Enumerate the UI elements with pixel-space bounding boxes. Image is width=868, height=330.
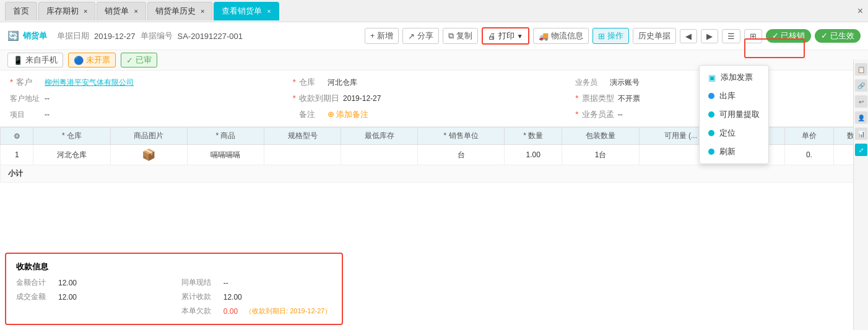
- operations-icon: ⊞: [598, 32, 605, 41]
- window-close-button[interactable]: ×: [857, 6, 863, 17]
- tab-inventory-init-label: 库存期初: [46, 6, 79, 17]
- tab-inventory-init-close[interactable]: ×: [84, 7, 87, 15]
- tab-sales-history[interactable]: 销货单历史 ×: [147, 2, 212, 20]
- nav-prev-button[interactable]: ◀: [680, 29, 697, 43]
- side-icon-6[interactable]: ⤢: [855, 144, 867, 156]
- side-icon-3[interactable]: ↩: [855, 95, 867, 108]
- operations-dropdown: ▣ 添加发票 出库 可用量提取 定位 刷新: [699, 65, 769, 164]
- same-order-settlement-row: 同单现结 --: [181, 277, 332, 288]
- view-single-icon: ☰: [727, 32, 735, 41]
- tab-view-sales-label: 查看销货单: [222, 6, 262, 17]
- customer-value[interactable]: 柳州粤港平安气体有限公司: [45, 77, 134, 88]
- col-price: 单价: [785, 128, 833, 145]
- view-multi-button[interactable]: ⊞: [744, 29, 762, 43]
- customer-field: * 客户 柳州粤港平安气体有限公司: [10, 77, 293, 88]
- bottom-panel: 收款信息 金额合计 12.00 同单现结 -- 成交金额 12.00: [0, 248, 868, 330]
- tab-sales-order-close[interactable]: ×: [134, 7, 137, 15]
- invoice-icon: 🔵: [74, 56, 84, 65]
- logistics-label: 物流信息: [551, 30, 583, 41]
- row-package-qty: 1台: [562, 145, 639, 165]
- print-dropdown-arrow[interactable]: ▼: [517, 33, 523, 40]
- operations-button[interactable]: ⊞ 操作: [592, 28, 629, 44]
- nav-next-button[interactable]: ▶: [701, 29, 718, 43]
- tab-home[interactable]: 首页: [5, 2, 37, 20]
- refresh-dot: [708, 149, 714, 155]
- tab-view-sales[interactable]: 查看销货单 ×: [214, 2, 279, 20]
- view-single-button[interactable]: ☰: [722, 29, 740, 43]
- dropdown-refresh[interactable]: 刷新: [700, 142, 768, 161]
- this-order-due-value: 0.00: [224, 307, 238, 316]
- effect-button: ✓ 已生效: [815, 29, 861, 43]
- subtotal-label: 小计: [1, 165, 868, 183]
- transaction-amount-label: 成交金额: [16, 292, 53, 302]
- tab-inventory-init[interactable]: 库存期初 ×: [38, 2, 95, 20]
- cumulative-receipt-label: 累计收款: [181, 292, 219, 302]
- col-product: * 商品: [187, 128, 264, 145]
- amount-total-row: 金额合计 12.00: [16, 277, 167, 288]
- salesperson-label: 业务员: [575, 77, 606, 88]
- side-icon-4[interactable]: 👤: [855, 111, 867, 124]
- warehouse-out-dot: [708, 93, 714, 99]
- locate-dot: [708, 130, 714, 136]
- subtotal-row: 小计: [1, 165, 868, 183]
- col-settings[interactable]: ⚙: [1, 128, 33, 145]
- row-product: 嗝嗝嗝嗝: [187, 145, 264, 165]
- side-icon-1[interactable]: 📋: [855, 63, 867, 76]
- add-button[interactable]: + 新增: [365, 28, 399, 44]
- remark-label: * 备注: [293, 109, 324, 120]
- check-label: 已审: [136, 54, 152, 66]
- transaction-amount-row: 成交金额 12.00: [16, 292, 167, 302]
- amount-total-value: 12.00: [58, 279, 77, 287]
- date-label: 单据日期: [57, 30, 89, 41]
- phone-icon: 📱: [13, 56, 23, 65]
- due-date-label: * 收款到期日: [293, 93, 339, 104]
- not-open-button[interactable]: 🔵 未开票: [68, 53, 116, 67]
- dropdown-warehouse-out[interactable]: 出库: [700, 87, 768, 105]
- effect-label: 已生效: [830, 31, 854, 40]
- add-remark-button[interactable]: ⊕ 添加备注: [328, 109, 368, 120]
- number-value: SA-20191227-001: [178, 32, 243, 41]
- row-warehouse: 河北仓库: [33, 145, 110, 165]
- invoice-type-value: 不开票: [618, 93, 640, 104]
- canceled-button: ✓ 已核销: [766, 29, 812, 43]
- dropdown-add-invoice[interactable]: ▣ 添加发票: [700, 68, 768, 87]
- doc-meta: 单据日期 2019-12-27 单据编号 SA-20191227-001: [57, 30, 243, 41]
- tab-view-sales-close[interactable]: ×: [267, 7, 271, 15]
- date-value: 2019-12-27: [94, 32, 136, 41]
- history-button[interactable]: 历史单据: [633, 28, 676, 44]
- side-icon-2[interactable]: 🔗: [855, 79, 867, 92]
- copy-button[interactable]: ⧉ 复制: [443, 28, 478, 44]
- row-index: 1: [1, 145, 33, 165]
- transaction-amount-value: 12.00: [58, 293, 77, 302]
- cumulative-receipt-row: 累计收款 12.00: [181, 292, 332, 302]
- logistics-button[interactable]: 🚚 物流信息: [533, 28, 589, 44]
- dropdown-locate[interactable]: 定位: [700, 124, 768, 142]
- cumulative-receipt-value: 12.00: [224, 293, 242, 302]
- salesperson2-value: --: [618, 110, 623, 119]
- customer-label: * 客户: [10, 77, 41, 88]
- project-value: --: [45, 110, 50, 119]
- tab-sales-history-close[interactable]: ×: [201, 7, 204, 15]
- side-icon-5[interactable]: 📊: [855, 128, 867, 140]
- check-icon: ✓: [126, 56, 133, 65]
- tab-sales-order[interactable]: 销货单 ×: [97, 2, 145, 20]
- available-pick-dot: [708, 111, 714, 118]
- add-label: + 新增: [370, 30, 393, 41]
- print-button[interactable]: 🖨 打印 ▼: [482, 27, 529, 45]
- nav-next-icon: ▶: [706, 32, 713, 41]
- remark-field: * 备注 ⊕ 添加备注: [293, 109, 576, 120]
- warehouse-field: * 仓库 河北仓库: [293, 77, 576, 88]
- print-label: 打印: [498, 30, 514, 41]
- doc-type-label: 销货单: [23, 30, 47, 41]
- warehouse-label: * 仓库: [293, 77, 324, 88]
- due-date-value: 2019-12-27: [343, 94, 381, 103]
- col-image: 商品图片: [110, 128, 187, 145]
- col-min-stock: 最低库存: [341, 128, 418, 145]
- amount-total-label: 金额合计: [16, 277, 53, 288]
- share-button[interactable]: ↗ 分享: [402, 28, 439, 44]
- due-date-field: * 收款到期日 2019-12-27: [293, 93, 576, 104]
- dropdown-available-pick[interactable]: 可用量提取: [700, 105, 768, 124]
- invoice-icon: ▣: [708, 73, 716, 82]
- from-phone-button[interactable]: 📱 来自手机: [7, 53, 63, 67]
- canceled-label: 已核销: [781, 31, 805, 40]
